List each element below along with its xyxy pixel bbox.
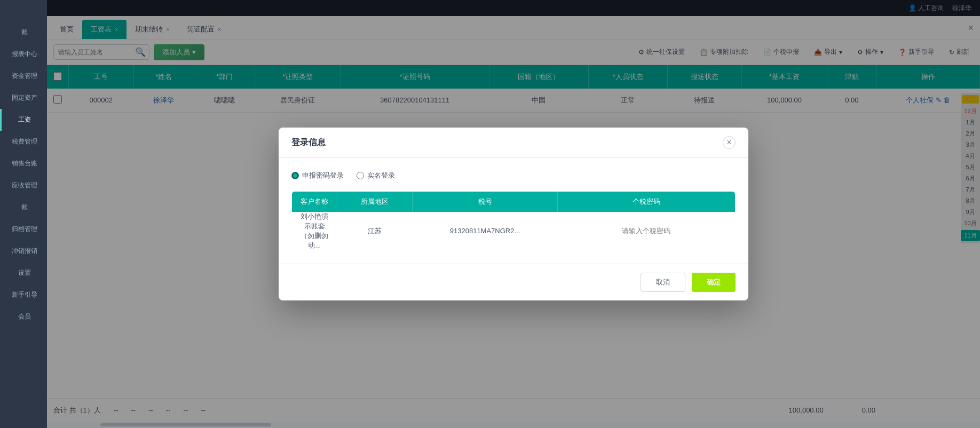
sidebar-item-reimbursement[interactable]: 冲销报销 — [0, 240, 47, 262]
modal-title: 登录信息 — [291, 137, 326, 148]
modal-overlay: 登录信息 × 申报密码登录 实名登录 客户名称 所属地区 — [47, 0, 980, 428]
radio-password-input[interactable] — [291, 172, 299, 179]
sidebar-item-receivable[interactable]: 应收管理 — [0, 175, 47, 196]
radio-realname-input[interactable] — [357, 172, 364, 179]
modal-footer: 取消 确定 — [279, 264, 748, 300]
modal-body: 申报密码登录 实名登录 客户名称 所属地区 税号 个税密码 — [279, 158, 748, 264]
sidebar-item-salary[interactable]: 工资 — [0, 109, 47, 131]
col-tax-id: 税号 — [413, 192, 558, 212]
col-tax-password: 个税密码 — [557, 192, 735, 212]
sidebar-item-sales-ledger[interactable]: 销售台账 — [0, 153, 47, 175]
cell-region: 江苏 — [337, 212, 413, 251]
col-client-name: 客户名称 — [292, 192, 337, 212]
sidebar-item-label: 报表中心 — [6, 50, 43, 59]
sidebar-item-label: 账 — [6, 203, 43, 212]
sidebar-item-guide[interactable]: 新手引导 — [0, 284, 47, 306]
sidebar-item-label: 冲销报销 — [6, 247, 43, 256]
radio-realname-login[interactable]: 实名登录 — [357, 171, 395, 180]
sidebar-item-fund[interactable]: 资金管理 — [0, 65, 47, 87]
radio-password-login[interactable]: 申报密码登录 — [291, 171, 344, 180]
sidebar-item-label: 资金管理 — [6, 72, 43, 81]
col-region: 所属地区 — [337, 192, 413, 212]
sidebar-item-label: 会员 — [6, 312, 43, 321]
login-modal: 登录信息 × 申报密码登录 实名登录 客户名称 所属地区 — [279, 128, 748, 300]
sidebar-item-archive[interactable]: 归档管理 — [0, 218, 47, 240]
sidebar-item-label: 账 — [6, 28, 43, 37]
sidebar-item-settings[interactable]: 设置 — [0, 262, 47, 284]
sidebar-item-tax[interactable]: 税费管理 — [0, 131, 47, 153]
tax-password-field[interactable] — [566, 227, 726, 235]
client-table: 客户名称 所属地区 税号 个税密码 刘小艳演示账套（勿删勿动... 江苏 913… — [291, 191, 736, 251]
sidebar-item-label: 应收管理 — [6, 181, 43, 190]
sidebar-item-label: 设置 — [6, 268, 43, 278]
sidebar-item-label: 新手引导 — [6, 290, 43, 299]
sidebar-item-asset[interactable]: 固定资产 — [0, 87, 47, 109]
cell-client-name: 刘小艳演示账套（勿删勿动... — [292, 212, 337, 251]
sidebar-item-label: 销售台账 — [6, 159, 43, 168]
cell-tax-id: 91320811MA7NGR2... — [413, 212, 558, 251]
sidebar-item-ledger2[interactable]: 账 — [0, 196, 47, 218]
cell-tax-password-input[interactable] — [557, 212, 735, 251]
sidebar-item-report[interactable]: 报表中心 — [0, 43, 47, 65]
sidebar-item-member[interactable]: 会员 — [0, 306, 47, 328]
login-radio-group: 申报密码登录 实名登录 — [291, 171, 736, 180]
cancel-button[interactable]: 取消 — [641, 273, 685, 292]
sidebar-item-label: 固定资产 — [6, 93, 43, 102]
modal-close-button[interactable]: × — [723, 136, 736, 149]
sidebar-item-label: 税费管理 — [6, 137, 43, 146]
sidebar: 账 报表中心 资金管理 固定资产 工资 税费管理 销售台账 应收管理 账 归档管… — [0, 0, 47, 428]
confirm-button[interactable]: 确定 — [692, 273, 736, 292]
sidebar-item-account[interactable]: 账 — [0, 21, 47, 43]
modal-header: 登录信息 × — [279, 128, 748, 158]
sidebar-item-label: 归档管理 — [6, 225, 43, 234]
radio-realname-label: 实名登录 — [367, 171, 395, 180]
radio-password-label: 申报密码登录 — [302, 171, 344, 180]
sidebar-item-label: 工资 — [6, 115, 43, 124]
client-table-row: 刘小艳演示账套（勿删勿动... 江苏 91320811MA7NGR2... — [292, 212, 736, 251]
